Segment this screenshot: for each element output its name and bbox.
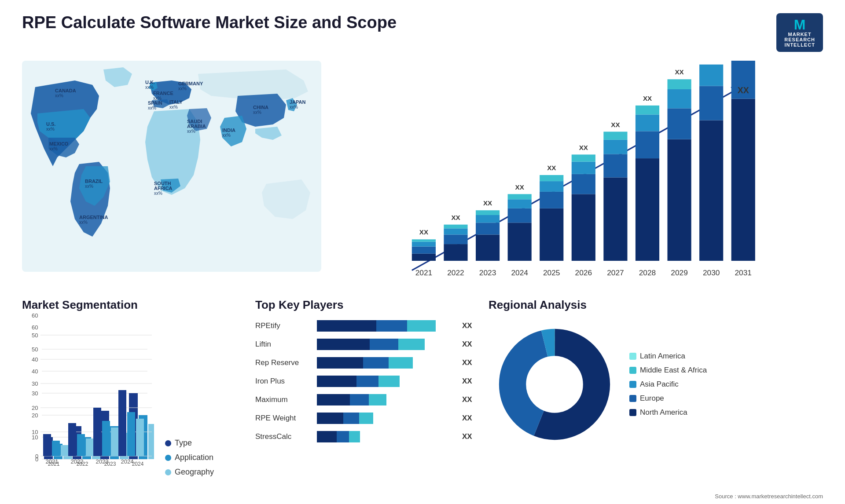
svg-rect-24 bbox=[540, 192, 563, 208]
svg-rect-127 bbox=[317, 339, 370, 350]
map-sublabel-canada: xx% bbox=[55, 93, 63, 98]
svg-rect-38 bbox=[636, 158, 659, 261]
map-sublabel-india: xx% bbox=[222, 133, 231, 138]
legend-application: Application bbox=[165, 453, 214, 462]
svg-rect-23 bbox=[540, 208, 563, 261]
svg-rect-128 bbox=[370, 339, 398, 350]
svg-rect-4 bbox=[412, 247, 436, 254]
svg-text:0: 0 bbox=[35, 453, 38, 460]
svg-rect-44 bbox=[668, 108, 691, 139]
map-sublabel-us: xx% bbox=[46, 127, 55, 131]
svg-text:20: 20 bbox=[32, 412, 38, 419]
map-sublabel-brazil: xx% bbox=[85, 184, 93, 189]
player-bar-stresscalc bbox=[317, 429, 458, 444]
svg-text:20: 20 bbox=[32, 405, 38, 411]
svg-text:2026: 2026 bbox=[575, 268, 592, 277]
map-label-us: U.S. bbox=[46, 121, 55, 127]
svg-text:XX: XX bbox=[643, 95, 652, 102]
svg-rect-11 bbox=[444, 225, 467, 229]
svg-text:2023: 2023 bbox=[479, 268, 496, 277]
svg-text:2021: 2021 bbox=[415, 268, 433, 277]
svg-rect-144 bbox=[349, 431, 360, 442]
svg-rect-124 bbox=[317, 320, 376, 332]
svg-rect-141 bbox=[359, 413, 373, 424]
map-label-saudi2: ARABIA bbox=[187, 124, 206, 129]
svg-rect-122 bbox=[136, 419, 144, 456]
svg-text:2028: 2028 bbox=[639, 268, 656, 277]
map-label-japan: JAPAN bbox=[290, 99, 306, 105]
svg-text:50: 50 bbox=[32, 346, 38, 353]
svg-rect-33 bbox=[603, 177, 627, 261]
map-label-india: INDIA bbox=[222, 128, 235, 133]
map-label-france: FRANCE bbox=[153, 91, 173, 96]
key-players-title: Top Key Players bbox=[255, 298, 475, 312]
legend-label-geography: Geography bbox=[175, 467, 214, 477]
svg-rect-142 bbox=[317, 431, 337, 442]
svg-rect-125 bbox=[376, 320, 407, 332]
svg-rect-39 bbox=[636, 131, 659, 158]
svg-rect-29 bbox=[572, 174, 595, 194]
player-bar-liftin bbox=[317, 337, 458, 352]
player-rpetify: RPEtify XX bbox=[255, 318, 475, 333]
svg-rect-135 bbox=[378, 376, 400, 387]
player-rpe-weight: RPE Weight XX bbox=[255, 411, 475, 426]
map-label-southafrica2: AFRICA bbox=[154, 186, 173, 191]
player-xx-rpe-weight: XX bbox=[462, 414, 475, 423]
regional-chart-container: Latin America Middle East & Africa Asia … bbox=[489, 318, 823, 450]
player-stresscalc: StressCalc XX bbox=[255, 429, 475, 444]
svg-text:40: 40 bbox=[32, 368, 38, 375]
svg-rect-109 bbox=[52, 441, 60, 456]
player-xx-stresscalc: XX bbox=[462, 432, 475, 441]
legend-north-america: North America bbox=[629, 408, 707, 417]
svg-rect-46 bbox=[668, 79, 691, 89]
legend-label-north-america: North America bbox=[640, 408, 687, 417]
svg-rect-30 bbox=[572, 162, 595, 174]
map-label-germany: GERMANY bbox=[178, 81, 203, 86]
map-label-argentina: ARGENTINA bbox=[79, 215, 108, 220]
svg-rect-19 bbox=[508, 208, 532, 223]
player-xx-liftin: XX bbox=[462, 340, 475, 349]
svg-rect-45 bbox=[668, 89, 691, 108]
legend-dot-type bbox=[165, 440, 171, 446]
svg-point-150 bbox=[528, 358, 582, 412]
svg-rect-120 bbox=[118, 390, 126, 456]
logo: M MARKETRESEARCHINTELLECT bbox=[776, 13, 823, 52]
logo-text: MARKETRESEARCHINTELLECT bbox=[784, 32, 815, 47]
svg-rect-133 bbox=[317, 376, 356, 387]
player-bar-rep-reserve bbox=[317, 355, 458, 370]
svg-rect-15 bbox=[476, 215, 500, 223]
legend-label-asia-pacific: Asia Pacific bbox=[640, 380, 679, 389]
map-sublabel-japan: xx% bbox=[290, 105, 298, 110]
segmentation-area: Market Segmentation 0 10 20 30 40 50 60 bbox=[22, 298, 242, 504]
bottom-section: Market Segmentation 0 10 20 30 40 50 60 bbox=[22, 298, 823, 504]
svg-text:XX: XX bbox=[419, 228, 428, 236]
svg-rect-36 bbox=[603, 131, 627, 139]
svg-rect-50 bbox=[699, 65, 723, 86]
segmentation-title: Market Segmentation bbox=[22, 298, 242, 312]
legend-dot-application bbox=[165, 455, 171, 461]
key-players-area: Top Key Players RPEtify XX bbox=[255, 298, 475, 504]
svg-rect-143 bbox=[337, 431, 349, 442]
legend-label-type: Type bbox=[175, 438, 192, 448]
legend-geography: Geography bbox=[165, 467, 214, 477]
player-name-rep-reserve: Rep Reserve bbox=[255, 358, 312, 367]
players-list: RPEtify XX Liftin bbox=[255, 318, 475, 444]
svg-rect-20 bbox=[508, 199, 532, 208]
donut-chart bbox=[489, 318, 621, 450]
svg-rect-40 bbox=[636, 114, 659, 131]
svg-rect-35 bbox=[603, 140, 627, 154]
svg-text:2021: 2021 bbox=[46, 458, 59, 465]
player-name-stresscalc: StressCalc bbox=[255, 432, 312, 441]
bar-chart-area: XX XX XX XX bbox=[334, 61, 823, 289]
legend-color-asia-pacific bbox=[629, 381, 636, 388]
svg-text:60: 60 bbox=[32, 324, 38, 331]
player-rep-reserve: Rep Reserve XX bbox=[255, 355, 475, 370]
player-name-liftin: Liftin bbox=[255, 340, 312, 349]
page-container: RPE Calculate Software Market Size and S… bbox=[0, 0, 845, 504]
svg-rect-138 bbox=[369, 394, 386, 405]
svg-rect-137 bbox=[350, 394, 369, 405]
legend-color-north-america bbox=[629, 409, 636, 416]
player-name-rpetify: RPEtify bbox=[255, 321, 312, 330]
svg-rect-126 bbox=[407, 320, 436, 332]
svg-rect-14 bbox=[476, 223, 500, 234]
